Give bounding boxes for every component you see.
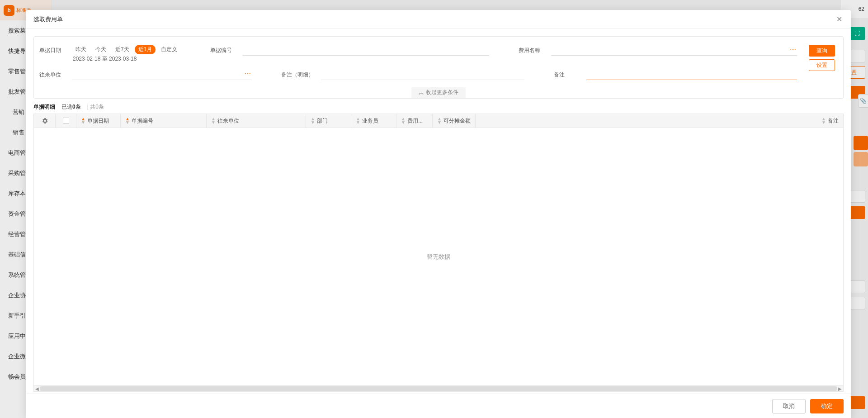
filter-party-label: 往来单位 bbox=[39, 69, 72, 79]
summary-total: | 共0条 bbox=[87, 103, 104, 111]
double-chevron-up-icon: ︽ bbox=[419, 89, 424, 96]
filter-remark-detail-group: 备注（明细） bbox=[281, 69, 524, 80]
th-party[interactable]: ▲▼ 往来单位 bbox=[207, 114, 306, 128]
th-emp[interactable]: ▲▼ 业务员 bbox=[351, 114, 396, 128]
scroll-left-icon[interactable]: ◀ bbox=[34, 386, 40, 391]
modal-header: 选取费用单 ✕ bbox=[26, 10, 851, 29]
modal-footer: 取消 确定 bbox=[26, 394, 851, 418]
filter-date-label: 单据日期 bbox=[39, 45, 72, 54]
date-to: 2023-03-18 bbox=[109, 56, 137, 62]
th-date[interactable]: ▲▼ 单据日期 bbox=[76, 114, 121, 128]
modal-close-button[interactable]: ✕ bbox=[835, 15, 844, 24]
table-body: 暂无数据 bbox=[33, 128, 844, 385]
th-dept[interactable]: ▲▼ 部门 bbox=[306, 114, 351, 128]
filter-remark-input[interactable] bbox=[586, 69, 797, 80]
collapse-bar: ︽ 收起更多条件 bbox=[34, 86, 843, 98]
filter-party-group: 往来单位 ⋯ bbox=[39, 69, 252, 80]
date-chip-week[interactable]: 近7天 bbox=[112, 45, 133, 54]
gear-icon bbox=[41, 117, 48, 124]
sort-icon: ▲▼ bbox=[81, 117, 85, 124]
sort-icon: ▲▼ bbox=[311, 117, 315, 124]
filter-party-input[interactable] bbox=[72, 69, 252, 80]
select-fee-bill-modal: 选取费用单 ✕ 单据日期 昨天 今天 近7天 近1月 自定义 bbox=[26, 10, 851, 418]
scroll-thumb[interactable] bbox=[40, 386, 837, 391]
filter-code-input[interactable] bbox=[243, 45, 489, 56]
sort-icon: ▲▼ bbox=[437, 117, 442, 124]
date-chip-yesterday[interactable]: 昨天 bbox=[72, 45, 90, 54]
horizontal-scrollbar[interactable]: ◀ ▶ bbox=[33, 385, 844, 392]
th-code[interactable]: ▲▼ 单据编号 bbox=[121, 114, 207, 128]
filter-date-group: 单据日期 昨天 今天 近7天 近1月 自定义 2023-02-18 至 20 bbox=[39, 45, 181, 63]
fee-name-picker-icon[interactable]: ⋯ bbox=[790, 46, 797, 53]
filter-remark-detail-input[interactable] bbox=[321, 69, 524, 80]
checkbox-icon bbox=[63, 118, 69, 124]
ok-button[interactable]: 确定 bbox=[810, 399, 844, 413]
summary-selected: 已选0条 bbox=[61, 103, 81, 111]
date-chip-month[interactable]: 近1月 bbox=[135, 45, 156, 54]
collapse-toggle[interactable]: ︽ 收起更多条件 bbox=[411, 87, 466, 98]
date-chip-custom[interactable]: 自定义 bbox=[157, 45, 181, 54]
th-remark[interactable]: ▲▼ 备注 bbox=[476, 114, 843, 128]
filter-fee-name-label: 费用名称 bbox=[519, 45, 551, 54]
collapse-text: 收起更多条件 bbox=[426, 89, 458, 96]
table: ▲▼ 单据日期 ▲▼ 单据编号 ▲▼ 往来单位 ▲▼ 部门 ▲▼ 业务员 ▲▼ … bbox=[33, 114, 844, 385]
filter-code-label: 单据编号 bbox=[210, 45, 243, 54]
scroll-right-icon[interactable]: ▶ bbox=[837, 386, 843, 391]
sort-icon: ▲▼ bbox=[356, 117, 360, 124]
filter-actions: 查询 设置 bbox=[809, 45, 835, 71]
filter-panel: 单据日期 昨天 今天 近7天 近1月 自定义 2023-02-18 至 20 bbox=[33, 36, 844, 99]
summary-title: 单据明细 bbox=[33, 103, 55, 111]
filter-remark-group: 备注 bbox=[554, 69, 797, 80]
filter-fee-name-group: 费用名称 ⋯ bbox=[519, 45, 797, 63]
modal-title: 选取费用单 bbox=[33, 15, 63, 24]
filter-remark-label: 备注 bbox=[554, 69, 586, 79]
th-fee[interactable]: ▲▼ 费用... bbox=[396, 114, 433, 128]
close-icon: ✕ bbox=[836, 15, 842, 24]
th-settings[interactable] bbox=[34, 114, 56, 128]
sort-icon: ▲▼ bbox=[821, 117, 826, 124]
date-chip-today[interactable]: 今天 bbox=[92, 45, 110, 54]
table-header: ▲▼ 单据日期 ▲▼ 单据编号 ▲▼ 往来单位 ▲▼ 部门 ▲▼ 业务员 ▲▼ … bbox=[33, 114, 844, 128]
th-checkbox[interactable] bbox=[56, 114, 76, 128]
th-amount[interactable]: ▲▼ 可分摊金额 bbox=[433, 114, 476, 128]
date-preset-row: 昨天 今天 近7天 近1月 自定义 bbox=[72, 45, 181, 54]
party-picker-icon[interactable]: ⋯ bbox=[245, 70, 252, 77]
filter-remark-detail-label: 备注（明细） bbox=[281, 69, 321, 79]
query-button[interactable]: 查询 bbox=[809, 45, 835, 57]
empty-text: 暂无数据 bbox=[427, 253, 450, 261]
date-range-display: 2023-02-18 至 2023-03-18 bbox=[72, 55, 181, 63]
date-from: 2023-02-18 bbox=[73, 56, 100, 62]
date-to-word: 至 bbox=[102, 56, 108, 62]
filter-fee-name-input[interactable] bbox=[551, 45, 797, 56]
sort-icon: ▲▼ bbox=[401, 117, 406, 124]
summary-bar: 单据明细 已选0条 | 共0条 bbox=[26, 99, 851, 114]
filter-code-group: 单据编号 bbox=[210, 45, 489, 63]
sort-icon: ▲▼ bbox=[125, 117, 130, 124]
config-button[interactable]: 设置 bbox=[809, 59, 835, 71]
sort-icon: ▲▼ bbox=[211, 117, 216, 124]
cancel-button[interactable]: 取消 bbox=[772, 399, 806, 413]
